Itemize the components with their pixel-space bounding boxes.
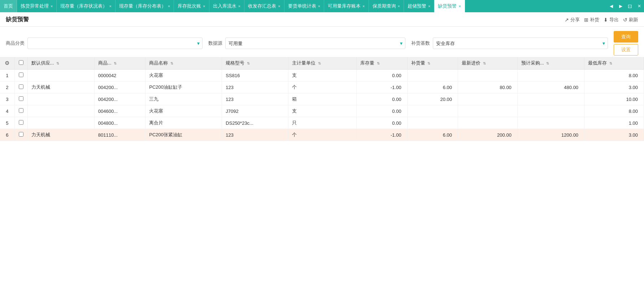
table-row: 2 力天机械 004200... PC200油缸缸子 123 个 -1.00 6…: [0, 81, 644, 93]
row-6-latest-price: 200.00: [458, 129, 518, 141]
th-min-stock[interactable]: 最低库存 ⇅: [584, 57, 644, 70]
row-1-latest-price: [458, 70, 518, 81]
row-1-estimated-purchase: [517, 70, 584, 81]
page-title: 缺货预警: [6, 16, 29, 23]
row-4-check[interactable]: [14, 105, 27, 117]
tab-batch-close[interactable]: ×: [203, 4, 205, 8]
row-3-supplier: [27, 93, 94, 105]
tab-order-stats[interactable]: 要货单统计表 ×: [284, 0, 324, 12]
table-row: 6 力天机械 801110... PC200张紧油缸 123 个 -1.00 6…: [0, 129, 644, 141]
row-1-replenish: [407, 70, 458, 81]
datasource-select[interactable]: 可用量 库存量: [225, 37, 405, 49]
tab-home[interactable]: 首页: [0, 0, 17, 12]
export-icon: ⬇: [604, 17, 608, 23]
th-product-name[interactable]: 商品名称 ⇅: [145, 57, 222, 70]
share-button[interactable]: ↗ 分享: [565, 17, 580, 23]
tab-restore-button[interactable]: ⊡: [625, 0, 635, 12]
tab-collect-summary[interactable]: 收发存汇总表 ×: [244, 0, 284, 12]
row-5-estimated-purchase: [517, 117, 584, 129]
row-6-product-code: 801110...: [94, 129, 145, 141]
tab-overstock-close[interactable]: ×: [428, 4, 430, 8]
settings-gear-icon[interactable]: ⚙: [5, 60, 9, 66]
table-row: 1 0000042 火花塞 SS816 支 0.00 8.00: [0, 70, 644, 81]
tab-bar: 首页 拣货异常处理 × 现存量（库存状况表） × 现存量（库存分布表） × 库存…: [0, 0, 644, 12]
th-settings[interactable]: ⚙: [0, 57, 14, 70]
row-3-check[interactable]: [14, 93, 27, 105]
tab-expiry[interactable]: 保质期查询 ×: [369, 0, 404, 12]
row-3-product-code: 004200...: [94, 93, 145, 105]
replenish-button[interactable]: ⊞ 补货: [584, 17, 599, 23]
th-unit[interactable]: 主计量单位 ⇅: [288, 57, 356, 70]
page-content: 缺货预警 ↗ 分享 ⊞ 补货 ⬇ 导出 ↺ 刷新 商品分类: [0, 12, 644, 287]
row-1-check[interactable]: [14, 70, 27, 81]
th-check[interactable]: [14, 57, 27, 70]
th-supplier[interactable]: 默认供应... ⇅: [27, 57, 94, 70]
th-product-code[interactable]: 商品... ⇅: [94, 57, 145, 70]
row-2-index: 2: [0, 81, 14, 93]
tab-stock-dist[interactable]: 现存量（库存分布表） ×: [116, 0, 174, 12]
tab-available-close[interactable]: ×: [362, 4, 365, 8]
th-stock[interactable]: 库存量 ⇅: [357, 57, 407, 70]
row-6-stock: -1.00: [357, 129, 407, 141]
row-2-unit: 个: [288, 81, 356, 93]
share-icon: ↗: [565, 17, 569, 23]
row-4-product-name: 火花塞: [145, 105, 222, 117]
th-estimated-purchase[interactable]: 预计采购... ⇅: [517, 57, 584, 70]
row-5-product-name: 离合片: [145, 117, 222, 129]
tab-available-ledger[interactable]: 可用量库存账本 ×: [324, 0, 369, 12]
row-6-replenish: 6.00: [407, 129, 458, 141]
th-spec[interactable]: 规格型号 ⇅: [222, 57, 288, 70]
refresh-icon: ↺: [623, 17, 627, 23]
datasource-label: 数据源: [208, 40, 222, 47]
setting-button[interactable]: 设置: [614, 44, 638, 56]
row-3-spec: 123: [222, 93, 288, 105]
row-4-unit: 支: [288, 105, 356, 117]
tab-expiry-close[interactable]: ×: [398, 4, 400, 8]
tab-exception-close[interactable]: ×: [51, 4, 53, 8]
tab-inout-flow[interactable]: 出入库流水 ×: [209, 0, 244, 12]
tab-collect-close[interactable]: ×: [278, 4, 280, 8]
query-button[interactable]: 查询: [614, 31, 638, 43]
row-5-unit: 只: [288, 117, 356, 129]
tab-order-close[interactable]: ×: [318, 4, 320, 8]
replenish-base-label: 补货基数: [411, 40, 430, 47]
row-6-check[interactable]: [14, 129, 27, 141]
row-4-latest-price: [458, 105, 518, 117]
th-latest-price[interactable]: 最新进价 ⇅: [458, 57, 518, 70]
tab-stock-dist-close[interactable]: ×: [168, 4, 170, 8]
category-select[interactable]: [27, 37, 203, 49]
tab-stock-status-close[interactable]: ×: [109, 4, 111, 8]
table-row: 3 004200... 三九 123 箱 0.00 20.00 10.00: [0, 93, 644, 105]
tab-inout-close[interactable]: ×: [238, 4, 240, 8]
supplier-sort-icon: ⇅: [56, 61, 59, 65]
tab-exception[interactable]: 拣货异常处理 ×: [17, 0, 57, 12]
product-code-sort-icon: ⇅: [114, 61, 117, 65]
row-5-spec: DS250*23c...: [222, 117, 288, 129]
export-button[interactable]: ⬇ 导出: [604, 17, 619, 23]
row-5-check[interactable]: [14, 117, 27, 129]
refresh-button[interactable]: ↺ 刷新: [623, 17, 638, 23]
tab-shortage-close[interactable]: ×: [458, 4, 461, 8]
table-row: 4 004600... 火花塞 J7092 支 0.00 8.00: [0, 105, 644, 117]
row-1-unit: 支: [288, 70, 356, 81]
row-2-spec: 123: [222, 81, 288, 93]
datasource-select-wrapper: 可用量 库存量: [225, 37, 405, 49]
row-1-stock: 0.00: [357, 70, 407, 81]
row-2-stock: -1.00: [357, 81, 407, 93]
row-5-replenish: [407, 117, 458, 129]
replenish-base-select[interactable]: 安全库存 最低库存: [433, 37, 608, 49]
tab-close-button[interactable]: ✕: [635, 0, 644, 12]
select-all-checkbox[interactable]: [19, 60, 23, 65]
tab-batch-account[interactable]: 库存批次账 ×: [174, 0, 209, 12]
tab-stock-status[interactable]: 现存量（库存状况表） ×: [57, 0, 115, 12]
tab-next-button[interactable]: ▶: [616, 0, 625, 12]
tab-shortage[interactable]: 缺货预警 ×: [434, 0, 465, 12]
row-3-product-name: 三九: [145, 93, 222, 105]
tab-prev-button[interactable]: ◀: [606, 0, 616, 12]
datasource-filter-group: 数据源 可用量 库存量: [208, 37, 405, 49]
row-4-index: 4: [0, 105, 14, 117]
tab-overstock[interactable]: 超储预警 ×: [404, 0, 434, 12]
row-2-check[interactable]: [14, 81, 27, 93]
th-replenish[interactable]: 补货量 ⇅: [407, 57, 458, 70]
estimated-purchase-sort-icon: ⇅: [546, 61, 549, 65]
